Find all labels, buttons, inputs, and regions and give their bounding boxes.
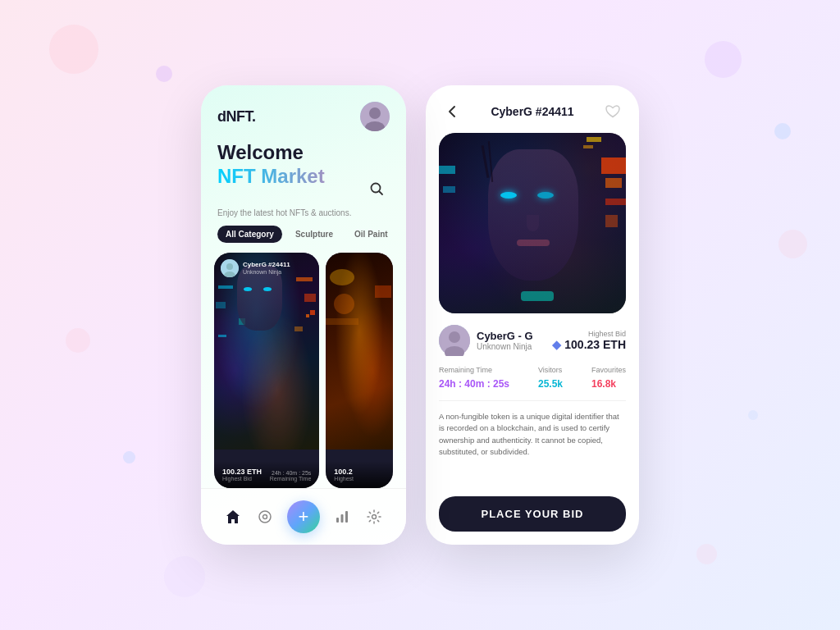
stats-row: Remaining Time 24h : 40m : 25s Visitors … <box>439 366 626 401</box>
place-bid-button[interactable]: PLacE YouR BId <box>439 496 626 532</box>
subtitle: Enjoy the latest hot NFTs & auctions. <box>201 208 406 226</box>
nav-settings[interactable] <box>365 508 383 526</box>
nft-card-2[interactable]: 100.2 Highest <box>326 253 393 488</box>
nav-explore[interactable] <box>256 508 274 526</box>
creator-row: CyberG - G Unknown Ninja Highest Bid ◆ 1… <box>439 325 626 356</box>
eth-icon: ◆ <box>552 338 561 351</box>
favourites-value: 16.8k <box>591 378 616 390</box>
nft-card-2-highest: Highest <box>334 476 385 482</box>
favorite-button[interactable] <box>601 100 624 123</box>
detail-header: CyberG #24411 <box>426 85 639 133</box>
tab-art[interactable]: Art <box>401 226 406 243</box>
nft-card-1-bid-row: 100.23 ETH Highest Bid 24h : 40m : 25s R… <box>222 468 311 482</box>
highest-bid-label: Highest Bid <box>552 330 626 338</box>
highest-bid-value: ◆ 100.23 ETH <box>552 338 626 351</box>
remaining-label: Remaining Time <box>439 366 509 374</box>
nav-home[interactable] <box>224 508 242 526</box>
nav-stats[interactable] <box>333 508 351 526</box>
bottom-nav: + <box>201 488 406 545</box>
svg-line-4 <box>380 191 383 194</box>
detail-title: CyberG #24411 <box>491 105 573 118</box>
welcome-title: Welcome <box>217 141 390 165</box>
logo: dNFT. <box>217 108 256 126</box>
nft-card-1-bid-label: Highest Bid <box>222 476 262 482</box>
remaining-value: 24h : 40m : 25s <box>439 378 509 390</box>
nft-cards-row: CyberG #24411 Unknown Ninja 100.23 ETH H… <box>201 253 406 488</box>
nft-card-1[interactable]: CyberG #24411 Unknown Ninja 100.23 ETH H… <box>214 253 319 488</box>
svg-marker-8 <box>226 510 240 523</box>
detail-info: CyberG - G Unknown Ninja Highest Bid ◆ 1… <box>426 313 639 496</box>
bid-amount: 100.23 ETH <box>564 338 626 351</box>
nft-card-1-time-col: 24h : 40m : 25s Remaining Time <box>270 470 312 482</box>
nft-card-2-overlay: 100.2 Highest <box>326 461 393 488</box>
creator-left: CyberG - G Unknown Ninja <box>439 325 533 356</box>
visitors-label: Visitors <box>538 366 563 374</box>
nft-mini-avatar-1 <box>221 259 239 277</box>
category-tabs: All Category Sculpture Oil Paint Art <box>201 226 406 253</box>
nft-card-1-price-col: 100.23 ETH Highest Bid <box>222 468 262 482</box>
highest-bid-col: Highest Bid ◆ 100.23 ETH <box>552 330 626 351</box>
nft-card-2-price: 100.2 <box>334 468 385 476</box>
creator-avatar <box>439 325 470 356</box>
stat-favourites: Favourites 16.8k <box>591 366 626 390</box>
svg-point-6 <box>226 263 233 270</box>
visitors-value: 25.5k <box>538 378 563 390</box>
stat-remaining: Remaining Time 24h : 40m : 25s <box>439 366 509 390</box>
search-row <box>201 176 406 202</box>
svg-rect-12 <box>341 514 344 523</box>
creator-handle: Unknown Ninja <box>477 342 533 351</box>
svg-rect-11 <box>336 518 339 523</box>
stat-visitors: Visitors 25.5k <box>538 366 563 390</box>
nft-card-1-overlay: 100.23 ETH Highest Bid 24h : 40m : 25s R… <box>214 461 319 488</box>
tab-all-category[interactable]: All Category <box>217 226 282 243</box>
phone-header: dNFT. <box>201 85 406 141</box>
svg-point-10 <box>262 515 267 519</box>
favourites-label: Favourites <box>591 366 626 374</box>
svg-point-14 <box>372 515 376 519</box>
tab-oil-paint[interactable]: Oil Paint <box>346 226 396 243</box>
search-button[interactable] <box>363 176 390 202</box>
creator-name: CyberG - G <box>477 330 533 342</box>
detail-nft-art <box>439 133 626 313</box>
svg-point-9 <box>259 511 271 523</box>
nft-card-1-creator: Unknown Ninja <box>243 269 290 275</box>
left-phone-panel: dNFT. Welcome NFT Market Enjoy the lates… <box>201 85 406 545</box>
svg-point-16 <box>449 331 460 343</box>
svg-rect-13 <box>345 511 348 523</box>
nft-description: A non-fungible token is a unique digital… <box>439 411 626 458</box>
nft-card-1-top: CyberG #24411 Unknown Ninja <box>221 259 290 277</box>
nft-card-1-meta: CyberG #24411 Unknown Ninja <box>243 261 290 275</box>
svg-point-3 <box>372 183 381 192</box>
nft-card-1-remaining-label: Remaining Time <box>270 476 312 482</box>
nav-add-button[interactable]: + <box>287 500 320 533</box>
nft-card-1-time: 24h : 40m : 25s <box>270 470 312 476</box>
creator-meta: CyberG - G Unknown Ninja <box>477 330 533 351</box>
back-button[interactable] <box>441 100 463 123</box>
nft-card-1-name: CyberG #24411 <box>243 261 290 269</box>
tab-sculpture[interactable]: Sculpture <box>287 226 341 243</box>
user-avatar[interactable] <box>360 102 390 131</box>
svg-point-1 <box>369 107 381 119</box>
nft-card-1-price: 100.23 ETH <box>222 468 262 476</box>
right-detail-panel: CyberG #24411 <box>426 85 639 545</box>
